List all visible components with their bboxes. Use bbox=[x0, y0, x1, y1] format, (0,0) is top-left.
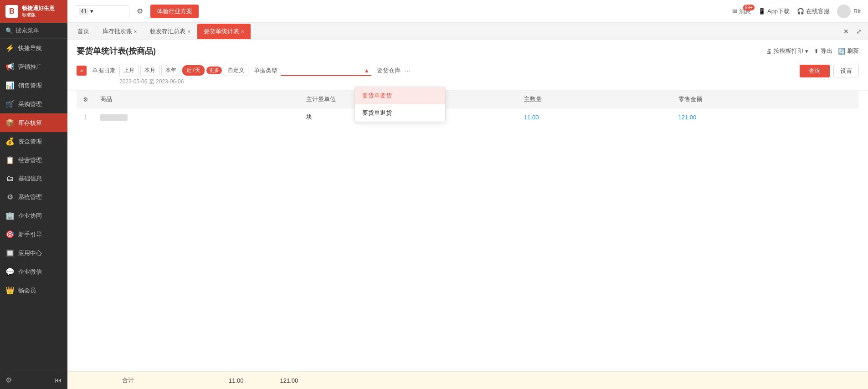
sidebar-item-inventory[interactable]: 📦 库存核算 bbox=[0, 113, 67, 132]
appstore-icon: 🔲 bbox=[5, 249, 15, 257]
type-filter-label: 单据类型 bbox=[254, 65, 277, 77]
export-icon: ⬆ bbox=[814, 48, 819, 55]
sidebar-item-sales[interactable]: 📊 销售管理 bbox=[0, 76, 67, 95]
sidebar-search[interactable]: 🔍 搜索菜单 bbox=[0, 23, 67, 39]
print-action[interactable]: 🖨 按模板打印 ▾ bbox=[766, 47, 808, 55]
search-label: 搜索菜单 bbox=[15, 26, 39, 35]
tabs-bar: 首页 库存批次账 × 收发存汇总表 × 要货单统计表 × ✕ ⤢ bbox=[67, 23, 868, 40]
type-select-input[interactable] bbox=[281, 66, 371, 76]
footer-qty-spacer: 11.00 bbox=[229, 377, 244, 384]
tab-collect-summary-label: 收发存汇总表 bbox=[150, 27, 185, 36]
data-table: ⚙ 商品 主计量单位 主数量 零售金额 1 块 11.00 121.00 bbox=[77, 91, 859, 126]
basic-icon: 🗂 bbox=[5, 174, 15, 183]
tab-collect-summary[interactable]: 收发存汇总表 × bbox=[144, 24, 197, 39]
online-service-action[interactable]: 🎧 在线客服 bbox=[797, 7, 830, 15]
warehouse-filter-group: 要货仓库 ··· bbox=[377, 65, 411, 77]
message-icon: ✉ bbox=[732, 8, 737, 15]
tab-batch-account[interactable]: 库存批次账 × bbox=[96, 24, 144, 39]
table-wrap: ⚙ 商品 主计量单位 主数量 零售金额 1 块 11.00 121.00 bbox=[67, 91, 868, 371]
query-button[interactable]: 查询 bbox=[800, 65, 830, 77]
sidebar-item-label: 快捷导航 bbox=[18, 44, 42, 52]
amount-link[interactable]: 121.00 bbox=[678, 114, 697, 121]
dropdown-item-label: 要货单要货 bbox=[362, 92, 392, 99]
tab-close-requisition-stat[interactable]: × bbox=[241, 29, 244, 34]
settings-button[interactable]: 设置 bbox=[833, 65, 859, 77]
sidebar-item-label: 系统管理 bbox=[18, 193, 42, 201]
sidebar-item-label: 经营管理 bbox=[18, 156, 42, 164]
chevron-down-icon: ▾ bbox=[90, 8, 93, 15]
print-icon: 🖨 bbox=[766, 48, 772, 55]
date-btn-recent-7[interactable]: 近7天 bbox=[182, 65, 205, 76]
sidebar-item-operations[interactable]: 📋 经营管理 bbox=[0, 151, 67, 169]
wecom-icon: 💬 bbox=[5, 267, 15, 276]
type-dropdown: 要货单要货 要货单退货 bbox=[354, 87, 446, 122]
date-btn-custom[interactable]: 自定义 bbox=[224, 65, 248, 76]
sidebar-item-appstore[interactable]: 🔲 应用中心 bbox=[0, 244, 67, 262]
sidebar-item-quick-nav[interactable]: ⚡ 快捷导航 bbox=[0, 39, 67, 57]
tab-batch-account-label: 库存批次账 bbox=[103, 27, 132, 36]
footer-qty: 11.00 bbox=[229, 377, 244, 384]
app-download-action[interactable]: 📱 App下载 bbox=[758, 7, 790, 15]
sidebar-nav: ⚡ 快捷导航 📢 营销推广 📊 销售管理 🛒 采购管理 📦 库存核算 💰 资金管… bbox=[0, 39, 67, 371]
dropdown-item-label: 要货单退货 bbox=[362, 109, 392, 116]
avatar[interactable] bbox=[837, 5, 851, 18]
purchase-icon: 🛒 bbox=[5, 100, 15, 108]
col-amount: 零售金额 bbox=[673, 91, 859, 108]
message-action[interactable]: ✉ 消息 99+ bbox=[732, 7, 751, 15]
gear-button[interactable]: ⚙ bbox=[133, 5, 147, 18]
type-select: ▲ bbox=[281, 66, 371, 76]
sidebar-item-system[interactable]: ⚙ 系统管理 bbox=[0, 188, 67, 206]
sidebar-item-enterprise[interactable]: 🏢 企业协同 bbox=[0, 206, 67, 225]
row-product bbox=[95, 108, 301, 126]
trial-button[interactable]: 体验行业方案 bbox=[150, 5, 199, 18]
settings-icon[interactable]: ⚙ bbox=[5, 376, 12, 384]
logo-icon: B bbox=[5, 5, 18, 18]
date-btn-this-month[interactable]: 本月 bbox=[140, 65, 159, 76]
tab-requisition-stat[interactable]: 要货单统计表 × bbox=[197, 24, 251, 39]
filter-toggle-button[interactable]: » bbox=[77, 66, 87, 76]
table-footer: 合计 11.00 121.00 bbox=[67, 371, 868, 389]
refresh-icon: 🔄 bbox=[838, 48, 845, 55]
tab-close-batch-account[interactable]: × bbox=[134, 29, 137, 34]
table-header-row: ⚙ 商品 主计量单位 主数量 零售金额 bbox=[77, 91, 859, 108]
date-btn-last-month[interactable]: 上月 bbox=[119, 65, 139, 76]
sidebar-item-vip[interactable]: 👑 畅会员 bbox=[0, 281, 67, 300]
refresh-action[interactable]: 🔄 刷新 bbox=[838, 47, 859, 55]
collapse-icon[interactable]: ⏮ bbox=[55, 376, 62, 384]
tab-close-all-button[interactable]: ✕ bbox=[841, 26, 852, 37]
sidebar-item-label: 营销推广 bbox=[18, 63, 42, 71]
qty-link[interactable]: 11.00 bbox=[524, 114, 539, 121]
more-date-badge[interactable]: 更多 bbox=[206, 67, 222, 74]
row-num: 1 bbox=[77, 108, 95, 126]
sidebar-item-marketing[interactable]: 📢 营销推广 bbox=[0, 57, 67, 76]
tabs-end: ✕ ⤢ bbox=[841, 26, 864, 37]
sidebar-item-purchase[interactable]: 🛒 采购管理 bbox=[0, 95, 67, 113]
export-action[interactable]: ⬆ 导出 bbox=[814, 47, 832, 55]
sidebar-item-label: 库存核算 bbox=[18, 119, 42, 127]
store-selector[interactable]: 41 ▾ bbox=[75, 5, 129, 17]
blurred-product bbox=[100, 114, 128, 121]
date-range-text: 2023-05-06 至 2023-06-06 bbox=[119, 78, 248, 86]
date-btn-this-year[interactable]: 本年 bbox=[161, 65, 180, 76]
sidebar-item-label: 企业协同 bbox=[18, 212, 42, 220]
sidebar-item-wecom[interactable]: 💬 企业微信 bbox=[0, 262, 67, 281]
sidebar-item-finance[interactable]: 💰 资金管理 bbox=[0, 132, 67, 151]
chevron-down-icon: ▾ bbox=[805, 48, 808, 55]
search-icon: 🔍 bbox=[5, 27, 13, 34]
col-settings[interactable]: ⚙ bbox=[77, 91, 95, 108]
dropdown-item-requisition-return[interactable]: 要货单退货 bbox=[355, 104, 445, 122]
sidebar-item-guide[interactable]: 🎯 新手引导 bbox=[0, 225, 67, 244]
logo-sub: 标准版 bbox=[22, 12, 55, 18]
dropdown-item-requisition-order[interactable]: 要货单要货 bbox=[355, 87, 445, 104]
more-options-icon[interactable]: ··· bbox=[404, 65, 411, 77]
export-label: 导出 bbox=[821, 47, 832, 55]
tab-expand-button[interactable]: ⤢ bbox=[853, 26, 864, 37]
sidebar-item-basic[interactable]: 🗂 基础信息 bbox=[0, 169, 67, 188]
date-buttons: 上月 本月 本年 近7天 更多 自定义 bbox=[119, 65, 248, 76]
user-profile[interactable]: Rit bbox=[837, 5, 861, 18]
topbar-left: 41 ▾ ⚙ 体验行业方案 bbox=[75, 5, 727, 18]
col-product: 商品 bbox=[95, 91, 301, 108]
tab-home[interactable]: 首页 bbox=[71, 24, 96, 39]
tab-close-collect-summary[interactable]: × bbox=[187, 29, 190, 34]
finance-icon: 💰 bbox=[5, 137, 15, 146]
